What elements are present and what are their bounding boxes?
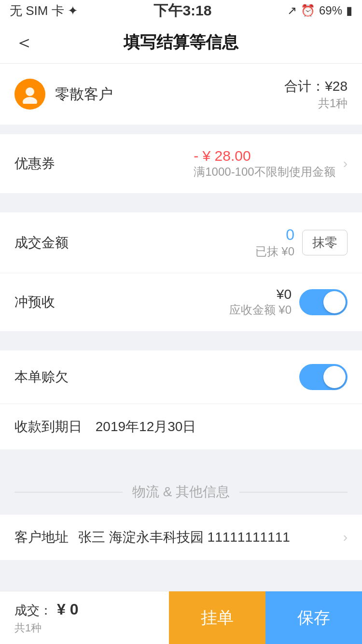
location-icon: ↗ [287, 4, 297, 17]
coupon-sub: 满1000-100不限制使用金额 [194, 164, 335, 180]
due-date-label: 收款到期日 [14, 419, 82, 434]
due-date-row: 收款到期日 2019年12月30日 [0, 404, 362, 450]
customer-card: 零散客户 合计：¥28 共1种 [0, 64, 362, 125]
coupon-card[interactable]: 优惠券 - ¥ 28.00 满1000-100不限制使用金额 › [0, 134, 362, 193]
hang-button[interactable]: 挂单 [169, 591, 265, 644]
deal-card: 成交金额 0 已抹 ¥0 抹零 冲预收 ¥0 应收金额 ¥0 [0, 212, 362, 331]
credit-toggle[interactable] [299, 364, 348, 390]
status-left: 无 SIM 卡 ✦ [10, 2, 78, 19]
avatar-icon [20, 84, 40, 104]
coupon-chevron: › [343, 156, 348, 171]
section-divider-3 [0, 460, 362, 469]
logistics-header: 物流 & 其他信息 [0, 469, 362, 515]
address-label: 客户地址 [14, 528, 69, 546]
bottom-info: 成交： ¥ 0 共1种 [0, 601, 169, 635]
address-content: 客户地址 张三 海淀永丰科技园 11111111111 [14, 528, 290, 546]
status-bar: 无 SIM 卡 ✦ 下午3:18 ↗ ⏰ 69% ▮ [0, 0, 362, 21]
coupon-value-group: - ¥ 28.00 满1000-100不限制使用金额 [194, 148, 335, 180]
prepayment-value-group: ¥0 应收金额 ¥0 [229, 287, 292, 318]
alarm-icon: ⏰ [301, 4, 315, 17]
deal-amount-sub: 已抹 ¥0 [255, 244, 294, 259]
back-icon: ＜ [14, 31, 34, 53]
coupon-label: 优惠券 [14, 154, 55, 173]
hang-button-label: 挂单 [201, 607, 234, 629]
back-button[interactable]: ＜ [14, 29, 34, 56]
coupon-row[interactable]: 优惠券 - ¥ 28.00 满1000-100不限制使用金额 › [0, 134, 362, 193]
bottom-deal-label: 成交： [14, 602, 52, 619]
address-chevron: › [343, 530, 348, 545]
customer-avatar [14, 79, 45, 110]
address-value: 张三 海淀永丰科技园 11111111111 [78, 528, 290, 546]
customer-count: 共1种 [284, 96, 348, 111]
coupon-right: - ¥ 28.00 满1000-100不限制使用金额 › [194, 148, 348, 180]
page-title: 填写结算等信息 [124, 31, 238, 54]
svg-point-0 [26, 87, 34, 96]
due-date-value: 2019年12月30日 [96, 419, 196, 434]
bottom-bar: 成交： ¥ 0 共1种 挂单 保存 [0, 591, 362, 644]
prepayment-value: ¥0 [229, 287, 292, 302]
save-button[interactable]: 保存 [265, 591, 362, 644]
credit-label: 本单赊欠 [14, 368, 69, 386]
prepayment-toggle[interactable] [299, 289, 348, 315]
customer-row: 零散客户 合计：¥28 共1种 [0, 64, 362, 125]
section-divider-2 [0, 341, 362, 350]
sim-status: 无 SIM 卡 ✦ [10, 2, 78, 19]
credit-right [299, 364, 348, 390]
deal-amount-right: 0 已抹 ¥0 抹零 [255, 226, 348, 259]
status-time: 下午3:18 [153, 1, 211, 21]
deal-amount-label: 成交金额 [14, 234, 69, 252]
customer-total: 合计：¥28 [284, 77, 348, 96]
customer-info-right: 合计：¥28 共1种 [284, 77, 348, 111]
prepayment-label: 冲预收 [14, 293, 55, 311]
nav-bar: ＜ 填写结算等信息 [0, 21, 362, 64]
status-right: ↗ ⏰ 69% ▮ [287, 4, 352, 17]
customer-name: 零散客户 [55, 84, 113, 104]
deal-amount-row: 成交金额 0 已抹 ¥0 抹零 [0, 212, 362, 273]
coupon-value: - ¥ 28.00 [194, 148, 335, 164]
address-card[interactable]: 客户地址 张三 海淀永丰科技园 11111111111 › [0, 515, 362, 560]
customer-info-left: 零散客户 [14, 79, 113, 110]
bottom-count: 共1种 [14, 621, 154, 635]
address-row[interactable]: 客户地址 张三 海淀永丰科技园 11111111111 › [0, 515, 362, 560]
logistics-label: 物流 & 其他信息 [132, 483, 230, 501]
credit-card: 本单赊欠 收款到期日 2019年12月30日 [0, 350, 362, 450]
bottom-deal-row: 成交： ¥ 0 [14, 601, 154, 619]
round-zero-button[interactable]: 抹零 [302, 230, 348, 255]
save-button-label: 保存 [297, 607, 330, 629]
svg-point-1 [23, 97, 37, 104]
battery-icon: ▮ [346, 4, 352, 17]
battery-level: 69% [319, 4, 342, 17]
prepayment-sub: 应收金额 ¥0 [229, 302, 292, 318]
bottom-deal-amount: ¥ 0 [57, 601, 78, 618]
deal-amount-value-group: 0 已抹 ¥0 [255, 226, 294, 259]
section-divider-1 [0, 203, 362, 212]
prepayment-right: ¥0 应收金额 ¥0 [229, 287, 348, 318]
credit-row: 本单赊欠 [0, 350, 362, 404]
prepayment-row: 冲预收 ¥0 应收金额 ¥0 [0, 273, 362, 331]
content-area: 零散客户 合计：¥28 共1种 优惠券 - ¥ 28.00 满1000-100不… [0, 64, 362, 644]
deal-amount-value: 0 [286, 226, 294, 243]
